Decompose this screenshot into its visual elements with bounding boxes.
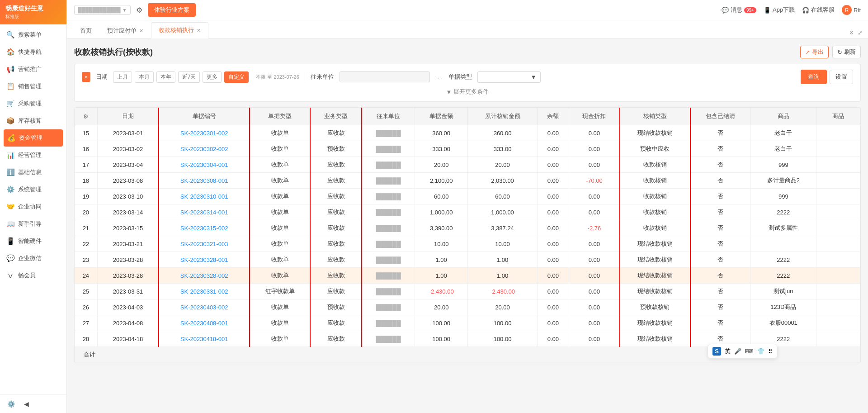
cell-include-settled: 否 xyxy=(690,268,751,284)
cell-doc-type: 红字收款单 xyxy=(250,284,311,299)
cell-discount: -70.00 xyxy=(569,173,620,189)
topbar-actions: 💬 消息 99+ 📱 App下载 🎧 在线客服 R Rit xyxy=(722,5,861,15)
tab-close-collection[interactable]: ✕ xyxy=(197,28,201,33)
table-row[interactable]: 23 2023-03-28 SK-20230328-001 收款单 应收款 ██… xyxy=(75,252,860,268)
sidebar-item-search[interactable]: 🔍搜索菜单 xyxy=(0,26,66,43)
doc-no-link[interactable]: SK-20230314-001 xyxy=(180,209,228,216)
doc-no-link[interactable]: SK-20230308-001 xyxy=(180,177,228,184)
cell-biz-type: 应收款 xyxy=(310,236,362,252)
table-row[interactable]: 27 2023-04-08 SK-20230408-001 收款单 应收款 ██… xyxy=(75,315,860,331)
cell-cum-amount: 20.00 xyxy=(468,157,538,173)
filter-btn-7days[interactable]: 近7天 xyxy=(178,71,200,83)
doc-no-link[interactable]: SK-20230408-001 xyxy=(180,320,228,327)
filter-partner-input[interactable] xyxy=(340,71,430,82)
sidebar-item-corp[interactable]: 🤝企业协同 xyxy=(0,198,66,215)
topbar-gear-icon[interactable]: ⚙ xyxy=(136,6,142,14)
cell-doc-type: 收款单 xyxy=(250,173,311,189)
table-row[interactable]: 16 2023-03-02 SK-20230302-002 收款单 预收款 ██… xyxy=(75,141,860,157)
tab-collection[interactable]: 收款核销执行✕ xyxy=(151,22,208,38)
doc-no-link[interactable]: SK-20230331-002 xyxy=(180,288,228,295)
doc-no-link[interactable]: SK-20230301-002 xyxy=(180,130,228,137)
doc-no-link[interactable]: SK-20230328-002 xyxy=(180,272,228,279)
tab-prepay[interactable]: 预计应付单✕ xyxy=(99,23,151,38)
filter-collapse-btn[interactable]: » xyxy=(82,72,90,82)
tab-home[interactable]: 首页 xyxy=(72,23,99,38)
doc-no-link[interactable]: SK-20230418-001 xyxy=(180,336,228,342)
doc-no-link[interactable]: SK-20230321-003 xyxy=(180,241,228,247)
topbar-industry-btn[interactable]: 体验行业方案 xyxy=(148,3,196,17)
message-badge: 99+ xyxy=(744,7,756,13)
sidebar-item-system[interactable]: ⚙️系统管理 xyxy=(0,181,66,198)
sidebar-item-inventory[interactable]: 📦库存核算 xyxy=(0,112,66,129)
sidebar-item-basic[interactable]: ℹ️基础信息 xyxy=(0,164,66,181)
sidebar-item-wechat[interactable]: 💬企业微信 xyxy=(0,250,66,267)
tabbar-expand-icon[interactable]: ⤢ xyxy=(858,29,863,36)
s-badge-item-5[interactable]: ⠿ xyxy=(768,348,773,355)
filter-doctype-select[interactable]: ▼ xyxy=(477,71,541,83)
cell-date: 2023-03-15 xyxy=(97,220,159,236)
cell-cum-amount: 100.00 xyxy=(468,331,538,347)
topbar-service[interactable]: 🎧 在线客服 xyxy=(802,6,835,14)
filter-btn-this-month[interactable]: 本月 xyxy=(135,71,154,83)
tab-close-prepay[interactable]: ✕ xyxy=(139,28,143,34)
s-badge-item-1[interactable]: 英 xyxy=(725,347,731,356)
query-btn[interactable]: 查询 xyxy=(801,70,827,84)
sidebar-item-quick-nav[interactable]: 🏠快捷导航 xyxy=(0,43,66,61)
doc-no-link[interactable]: SK-20230310-001 xyxy=(180,193,228,200)
doc-no-link[interactable]: SK-20230304-001 xyxy=(180,161,228,168)
expand-icon: ▼ xyxy=(446,89,452,95)
s-badge-item-3[interactable]: ⌨ xyxy=(745,348,754,355)
filter-btn-more[interactable]: 更多 xyxy=(203,71,222,83)
cell-goods2 xyxy=(816,125,860,141)
refresh-btn[interactable]: ↻ 刷新 xyxy=(832,46,861,58)
cell-no: 23 xyxy=(75,252,97,268)
table-row[interactable]: 19 2023-03-10 SK-20230310-001 收款单 应收款 ██… xyxy=(75,189,860,204)
table-row[interactable]: 26 2023-04-03 SK-20230403-002 收款单 预收款 ██… xyxy=(75,299,860,315)
sidebar-item-finance[interactable]: 💰资金管理 xyxy=(4,129,63,147)
doc-no-link[interactable]: SK-20230328-001 xyxy=(180,256,228,263)
cell-goods: 999 xyxy=(750,189,816,204)
sidebar-item-purchase[interactable]: 🛒采购管理 xyxy=(0,95,66,112)
sidebar-item-guide[interactable]: 📖新手引导 xyxy=(0,215,66,233)
table-row[interactable]: 24 2023-03-28 SK-20230328-002 收款单 应收款 ██… xyxy=(75,268,860,284)
s-badge-item-2[interactable]: 🎤 xyxy=(734,348,741,355)
col-gear[interactable]: ⚙ xyxy=(75,108,97,125)
expand-conditions-btn[interactable]: ▼ 展开更多条件 xyxy=(446,88,489,96)
sidebar-item-sales[interactable]: 📋销售管理 xyxy=(0,78,66,95)
sidebar-item-ops[interactable]: 📊经营管理 xyxy=(0,147,66,164)
cell-balance: 0.00 xyxy=(538,236,569,252)
cell-biz-type: 应收款 xyxy=(310,125,362,141)
cell-no: 19 xyxy=(75,189,97,204)
doc-no-link[interactable]: SK-20230315-002 xyxy=(180,225,228,232)
export-btn[interactable]: ↗ 导出 xyxy=(800,46,829,58)
table-row[interactable]: 25 2023-03-31 SK-20230331-002 红字收款单 应收款 … xyxy=(75,284,860,299)
sidebar-collapse-btn[interactable]: ◀ xyxy=(23,399,30,408)
topbar-message[interactable]: 💬 消息 99+ xyxy=(722,6,756,14)
table-row[interactable]: 18 2023-03-08 SK-20230308-001 收款单 应收款 ██… xyxy=(75,173,860,189)
setting-btn[interactable]: 设置 xyxy=(830,70,853,84)
table-row[interactable]: 20 2023-03-14 SK-20230314-001 收款单 应收款 ██… xyxy=(75,204,860,220)
cell-doc-no: SK-20230315-002 xyxy=(159,220,249,236)
topbar-select[interactable]: ████████████ ▼ xyxy=(74,5,131,15)
sidebar-item-marketing[interactable]: 📢营销推广 xyxy=(0,61,66,78)
table-row[interactable]: 21 2023-03-15 SK-20230315-002 收款单 应收款 ██… xyxy=(75,220,860,236)
s-badge-item-4[interactable]: 👕 xyxy=(757,348,764,355)
filter-btn-this-year[interactable]: 本年 xyxy=(156,71,175,83)
sidebar-icon-member: V xyxy=(6,272,14,280)
topbar-user[interactable]: R Rit xyxy=(842,5,861,15)
filter-btn-custom[interactable]: 自定义 xyxy=(224,71,249,83)
filter-btn-last-month[interactable]: 上月 xyxy=(113,71,132,83)
table-row[interactable]: 22 2023-03-21 SK-20230321-003 收款单 应收款 ██… xyxy=(75,236,860,252)
tabbar-close-icon[interactable]: ✕ xyxy=(849,29,854,36)
topbar-app[interactable]: 📱 App下载 xyxy=(764,6,795,14)
sidebar-item-member[interactable]: V畅会员 xyxy=(0,267,66,284)
cell-biz-type: 应收款 xyxy=(310,331,362,347)
sidebar-item-hardware[interactable]: 📱智能硬件 xyxy=(0,233,66,250)
cell-doc-type: 收款单 xyxy=(250,125,311,141)
table-row[interactable]: 15 2023-03-01 SK-20230301-002 收款单 应收款 ██… xyxy=(75,125,860,141)
table-row[interactable]: 17 2023-03-04 SK-20230304-001 收款单 应收款 ██… xyxy=(75,157,860,173)
doc-no-link[interactable]: SK-20230302-002 xyxy=(180,146,228,152)
cell-discount: 0.00 xyxy=(569,331,620,347)
doc-no-link[interactable]: SK-20230403-002 xyxy=(180,304,228,311)
sidebar-settings-btn[interactable]: ⚙️ xyxy=(6,399,16,408)
